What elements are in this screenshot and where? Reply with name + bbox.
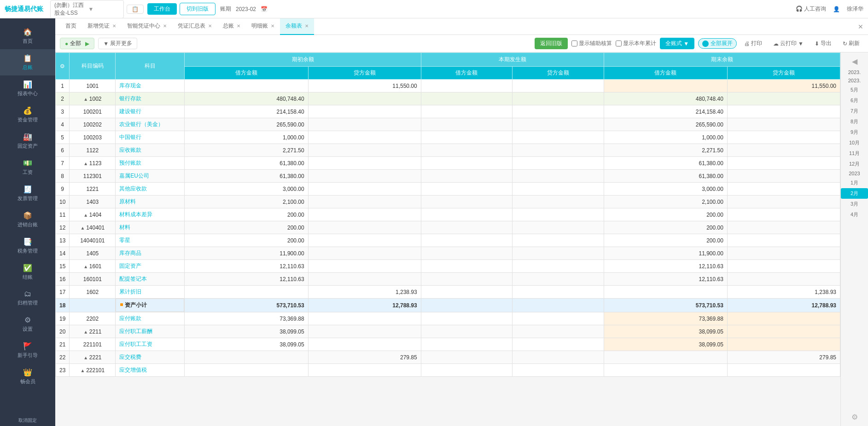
expand-arrow[interactable]: ▲ <box>80 368 86 373</box>
tab-close-voucher-summary[interactable]: ✕ <box>208 23 212 29</box>
settings-col-header[interactable]: ⚙ <box>56 53 70 80</box>
sidebar-item-close[interactable]: ✅ 结账 <box>0 259 55 285</box>
row-name[interactable]: 材料 <box>116 221 185 234</box>
show-ytd-checkbox[interactable]: 显示本年累计 <box>616 40 656 47</box>
print-button[interactable]: 🖨 打印 <box>740 38 766 49</box>
row-name[interactable]: 建设银行 <box>116 105 185 118</box>
row-name[interactable]: 原材料 <box>116 196 185 208</box>
tab-close-new-voucher[interactable]: ✕ <box>112 23 116 29</box>
cloud-print-button[interactable]: ☁ 云打印 ▼ <box>769 38 807 49</box>
print-label: 打印 <box>751 40 762 47</box>
row-name[interactable]: 应交增值税 <box>116 364 185 377</box>
company-selector[interactable]: (勿删）江西股金-LSS ▼ <box>50 0 124 18</box>
row-name[interactable]: 应付职工薪酬 <box>116 325 185 338</box>
back-old-version-button[interactable]: 返回旧版 <box>535 38 568 49</box>
month-9[interactable]: 9月 <box>841 127 868 138</box>
tab-close-smart-voucher[interactable]: ✕ <box>163 23 167 29</box>
month-1[interactable]: 1月 <box>841 178 868 188</box>
sidebar-item-payroll[interactable]: 💵 工资 <box>0 154 55 180</box>
expand-arrow[interactable]: ▲ <box>83 213 89 218</box>
sidebar-item-assets[interactable]: 🏭 固定资产 <box>0 128 55 154</box>
sidebar-item-guide[interactable]: 🚩 新手引导 <box>0 337 55 363</box>
sidebar-item-ledger[interactable]: 📋 总账 <box>0 49 55 75</box>
tab-close-balance[interactable]: ✕ <box>305 23 309 29</box>
filter-all-button[interactable]: ● 全部 ▶ <box>60 38 94 49</box>
tab-home[interactable]: 首页 <box>60 18 82 35</box>
month-11[interactable]: 11月 <box>841 148 868 159</box>
month-7[interactable]: 7月 <box>841 106 868 116</box>
style-button[interactable]: 全账式 ▼ <box>660 38 694 49</box>
expand-arrow[interactable]: ▲ <box>83 97 89 102</box>
human-consult[interactable]: 🎧 人工咨询 <box>796 5 826 13</box>
tab-new-voucher[interactable]: 新增凭证 ✕ <box>82 18 122 35</box>
expand-arrow[interactable]: ▲ <box>83 355 89 360</box>
row-name[interactable]: 材料成本差异 <box>116 208 185 221</box>
tab-close-detail-ledger[interactable]: ✕ <box>271 23 274 29</box>
month-12[interactable]: 12月 <box>841 159 868 169</box>
ytd-checkbox-input[interactable] <box>616 40 622 46</box>
expand-arrow[interactable]: ▲ <box>80 225 86 230</box>
tab-smart-voucher[interactable]: 智能凭证中心 ✕ <box>122 18 172 35</box>
month-8[interactable]: 8月 <box>841 116 868 127</box>
row-name[interactable]: ■资产小计 <box>116 299 184 312</box>
row-name[interactable]: 应交税费 <box>116 351 185 364</box>
row-name[interactable]: 应收账款 <box>116 144 185 157</box>
row-value <box>513 364 604 377</box>
expand-arrow[interactable]: ▲ <box>83 329 89 334</box>
expand-arrow[interactable]: ▲ <box>83 161 89 166</box>
sidebar-item-funds[interactable]: 💰 资金管理 <box>0 102 55 128</box>
tab-balance[interactable]: 余额表 ✕ <box>280 18 314 35</box>
row-name[interactable]: 嘉属EU公司 <box>116 170 185 183</box>
panel-settings-icon[interactable]: ⚙ <box>849 410 860 424</box>
row-name[interactable]: 配提签记本 <box>116 273 185 286</box>
sidebar-item-home[interactable]: 🏠 首页 <box>0 23 55 49</box>
switch-old-button[interactable]: 切到旧版 <box>180 3 216 15</box>
sidebar-item-archive[interactable]: 🗂 归档管理 <box>0 285 55 311</box>
row-name[interactable]: 库存商品 <box>116 247 185 260</box>
archive-icon: 🗂 <box>24 290 31 298</box>
sidebar-item-member[interactable]: 👑 畅会员 <box>0 363 55 390</box>
show-auxiliary-checkbox[interactable]: 显示辅助核算 <box>571 40 612 47</box>
row-name[interactable]: 零星 <box>116 234 185 247</box>
row-name[interactable]: 其他应收款 <box>116 183 185 196</box>
row-value <box>308 92 421 105</box>
user-avatar[interactable]: 👤 <box>833 6 840 12</box>
sidebar-item-tax[interactable]: 📑 税务管理 <box>0 233 55 259</box>
row-name[interactable]: 累计折旧 <box>116 286 185 299</box>
month-5[interactable]: 5月 <box>841 85 868 95</box>
tab-voucher-summary[interactable]: 凭证汇总表 ✕ <box>172 18 217 35</box>
row-name[interactable]: 预付账款 <box>116 157 185 170</box>
sidebar-item-settings[interactable]: ⚙ 设置 <box>0 311 55 337</box>
tab-detail-ledger[interactable]: 明细账 ✕ <box>246 18 280 35</box>
row-name[interactable]: 农业银行（美金） <box>116 118 185 131</box>
month-4[interactable]: 4月 <box>841 209 868 220</box>
auxiliary-checkbox-input[interactable] <box>571 40 577 46</box>
month-10[interactable]: 10月 <box>841 138 868 148</box>
unpin-button[interactable]: 取消固定 <box>0 415 55 426</box>
tab-general-ledger[interactable]: 总账 ✕ <box>217 18 246 35</box>
row-name[interactable]: 固定资产 <box>116 260 185 273</box>
panel-toggle[interactable]: ◀ <box>850 55 860 68</box>
month-2[interactable]: 2月 <box>841 188 868 199</box>
tab-close-general-ledger[interactable]: ✕ <box>237 23 240 29</box>
copy-button[interactable]: 📋 <box>127 5 144 14</box>
calendar-icon[interactable]: 📅 <box>261 6 268 12</box>
sidebar-item-reports[interactable]: 📊 报表中心 <box>0 75 55 102</box>
row-name[interactable]: 银行存款 <box>116 92 185 105</box>
sidebar-item-invoice[interactable]: 🧾 发票管理 <box>0 180 55 207</box>
row-name[interactable]: 中国银行 <box>116 131 185 144</box>
tab-bar-close-all[interactable]: ✕ <box>858 23 863 30</box>
month-3[interactable]: 3月 <box>841 199 868 209</box>
row-name[interactable]: 应付账款 <box>116 312 185 325</box>
row-name[interactable]: 应付职工工资 <box>116 338 185 351</box>
expand-arrow[interactable]: ▲ <box>83 264 89 269</box>
month-6[interactable]: 6月 <box>841 95 868 106</box>
sidebar-item-sales[interactable]: 📦 进销台账 <box>0 207 55 233</box>
refresh-button[interactable]: ↻ 刷新 <box>839 38 863 49</box>
workbench-button[interactable]: 工作台 <box>147 3 177 15</box>
export-button[interactable]: ⬇ 导出 <box>811 38 835 49</box>
expand-more-button[interactable]: ▼ 展开更多 <box>98 38 137 49</box>
row-name[interactable]: 库存现金 <box>116 80 185 92</box>
expand-all-toggle[interactable]: 全部展开 <box>698 38 737 49</box>
row-value <box>727 118 840 131</box>
